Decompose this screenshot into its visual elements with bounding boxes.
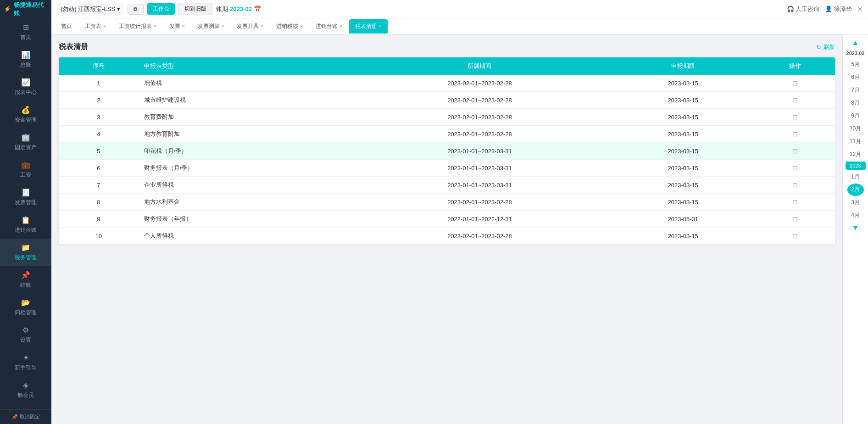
cell-type: 城市维护建设税 <box>139 92 349 109</box>
month-item-5月[interactable]: 5月 <box>846 58 866 71</box>
sidebar-item-close[interactable]: 📌 结账 <box>0 266 51 294</box>
table-row: 9 财务报表（年报） 2022-01-01~2022-12-31 2023-05… <box>59 211 835 228</box>
tab-label-tax-clear: 税表清册 <box>355 22 377 30</box>
sidebar-item-salary[interactable]: 💼 工资 <box>0 156 51 184</box>
cell-no: 2 <box>59 92 139 109</box>
tab-salary[interactable]: 工资表× <box>79 19 112 33</box>
col-header-0: 序号 <box>59 57 139 75</box>
cell-action[interactable]: ⊡ <box>755 211 835 228</box>
action-icon[interactable]: ⊡ <box>792 232 798 240</box>
action-icon[interactable]: ⊡ <box>792 96 798 104</box>
year-period-label: 2023.02 <box>846 49 866 58</box>
cell-action[interactable]: ⊡ <box>755 109 835 126</box>
cell-period: 2023-02-01~2023-02-28 <box>348 126 611 143</box>
tab-close-invoice[interactable]: × <box>182 24 185 29</box>
tab-close-salary-report[interactable]: × <box>154 24 156 29</box>
sidebar-item-fund[interactable]: 💰 资金管理 <box>0 101 51 128</box>
month-item-9月[interactable]: 9月 <box>846 110 866 122</box>
tab-purchase-account[interactable]: 进销台账× <box>310 19 348 33</box>
cell-action[interactable]: ⊡ <box>755 177 835 194</box>
tab-home[interactable]: 首页 <box>55 19 78 33</box>
action-icon[interactable]: ⊡ <box>792 215 798 223</box>
fixed-assets-icon: 🏢 <box>21 133 30 142</box>
unpin-button[interactable]: 📌 取消固定 <box>0 409 51 424</box>
sidebar-item-guide[interactable]: ✦ 新手引导 <box>0 349 51 376</box>
sidebar-item-invoice-mgmt[interactable]: 🧾 发票管理 <box>0 184 51 211</box>
tab-purchase-check[interactable]: 进销稽核× <box>270 19 309 33</box>
workstation-button[interactable]: 工作台 <box>147 3 175 15</box>
action-icon[interactable]: ⊡ <box>792 198 798 206</box>
sidebar-item-fixed-assets[interactable]: 🏢 固定资产 <box>0 128 51 156</box>
avatar-icon: 👤 <box>825 6 832 12</box>
month-item-11月[interactable]: 11月 <box>846 135 866 148</box>
tab-label-salary-report: 工资统计报表 <box>119 22 152 30</box>
cell-action[interactable]: ⊡ <box>755 160 835 177</box>
sidebar-item-settings[interactable]: ⚙ 设置 <box>0 321 51 349</box>
cell-action[interactable]: ⊡ <box>755 194 835 211</box>
month-item-6月[interactable]: 6月 <box>846 71 866 84</box>
company-dropdown-icon: ▾ <box>117 6 120 12</box>
tab-invoice-calc[interactable]: 发票测算× <box>192 19 230 33</box>
cell-deadline: 2023-03-15 <box>611 109 756 126</box>
sidebar-item-general[interactable]: 📊 总账 <box>0 46 51 73</box>
year-down-arrow[interactable]: ▼ <box>850 222 861 234</box>
action-icon[interactable]: ⊡ <box>792 147 798 155</box>
action-icon[interactable]: ⊡ <box>792 130 798 138</box>
pin-icon: 📌 <box>11 414 18 419</box>
tab-salary-report[interactable]: 工资统计报表× <box>113 19 162 33</box>
year-2023-tag[interactable]: 2023 <box>846 162 866 170</box>
month-item-12月[interactable]: 12月 <box>846 148 866 161</box>
tab-label-purchase-account: 进销台账 <box>316 22 338 30</box>
tab-close-tax-clear[interactable]: × <box>379 24 382 29</box>
sidebar-label-invoice-mgmt: 发票管理 <box>15 199 37 206</box>
cell-action[interactable]: ⊡ <box>755 75 835 92</box>
action-icon[interactable]: ⊡ <box>792 79 798 87</box>
sidebar-item-vip[interactable]: ◈ 畅会员 <box>0 376 51 404</box>
month-item-4月[interactable]: 4月 <box>846 209 866 222</box>
month-item-2月[interactable]: 2月 <box>847 184 864 196</box>
sidebar-item-purchase[interactable]: 📋 进销台账 <box>0 211 51 239</box>
tab-close-purchase-account[interactable]: × <box>339 24 342 29</box>
cell-action[interactable]: ⊡ <box>755 143 835 160</box>
month-item-7月[interactable]: 7月 <box>846 84 866 96</box>
action-icon[interactable]: ⊡ <box>792 164 798 172</box>
sidebar-label-fixed-assets: 固定资产 <box>15 144 37 151</box>
tab-close-salary[interactable]: × <box>103 24 106 29</box>
calendar-icon[interactable]: 📅 <box>254 6 261 12</box>
cell-type: 财务报表（月/季） <box>139 160 349 177</box>
action-icon[interactable]: ⊡ <box>792 113 798 121</box>
company-selector[interactable]: (勿动) 江西报宝-LSS ▾ <box>57 3 124 15</box>
cell-deadline: 2023-03-15 <box>611 194 756 211</box>
month-item-1月[interactable]: 1月 <box>846 171 866 183</box>
user-menu[interactable]: 👤 徐泽华 <box>825 5 852 13</box>
tab-close-invoice-calc[interactable]: × <box>222 24 224 29</box>
sidebar-item-report[interactable]: 📈 报表中心 <box>0 73 51 101</box>
cell-action[interactable]: ⊡ <box>755 126 835 143</box>
switch-old-button[interactable]: 切到旧版 <box>178 3 212 15</box>
tab-tax-clear[interactable]: 税表清册× <box>349 19 388 33</box>
sidebar-label-report: 报表中心 <box>15 89 37 96</box>
sidebar-item-archive[interactable]: 📂 归档管理 <box>0 294 51 321</box>
cell-period: 2023-02-01~2023-02-28 <box>348 194 611 211</box>
cell-deadline: 2023-03-15 <box>611 143 756 160</box>
cell-no: 4 <box>59 126 139 143</box>
close-window-button[interactable]: ✕ <box>857 6 862 12</box>
tab-invoice[interactable]: 发票× <box>163 19 191 33</box>
sidebar-label-salary: 工资 <box>20 171 31 179</box>
cell-action[interactable]: ⊡ <box>755 92 835 109</box>
tab-close-invoice-open[interactable]: × <box>261 24 263 29</box>
year-up-arrow[interactable]: ▲ <box>850 37 861 49</box>
action-icon[interactable]: ⊡ <box>792 181 798 189</box>
cell-action[interactable]: ⊡ <box>755 228 835 245</box>
month-item-3月[interactable]: 3月 <box>846 196 866 209</box>
sidebar-item-home[interactable]: ⊞ 首页 <box>0 18 51 46</box>
refresh-button[interactable]: ↻ 刷新 <box>816 43 835 51</box>
copy-button[interactable]: ⧉ <box>128 4 144 15</box>
tab-invoice-open[interactable]: 发票开具× <box>231 19 269 33</box>
month-item-10月[interactable]: 10月 <box>846 123 866 135</box>
sidebar-label-purchase: 进销台账 <box>15 226 37 234</box>
tab-close-purchase-check[interactable]: × <box>300 24 303 29</box>
month-item-8月[interactable]: 8月 <box>846 97 866 109</box>
sidebar-item-tax[interactable]: 📁 税务管理 <box>0 239 51 266</box>
ai-consult-button[interactable]: 🎧 人工咨询 <box>787 5 820 13</box>
